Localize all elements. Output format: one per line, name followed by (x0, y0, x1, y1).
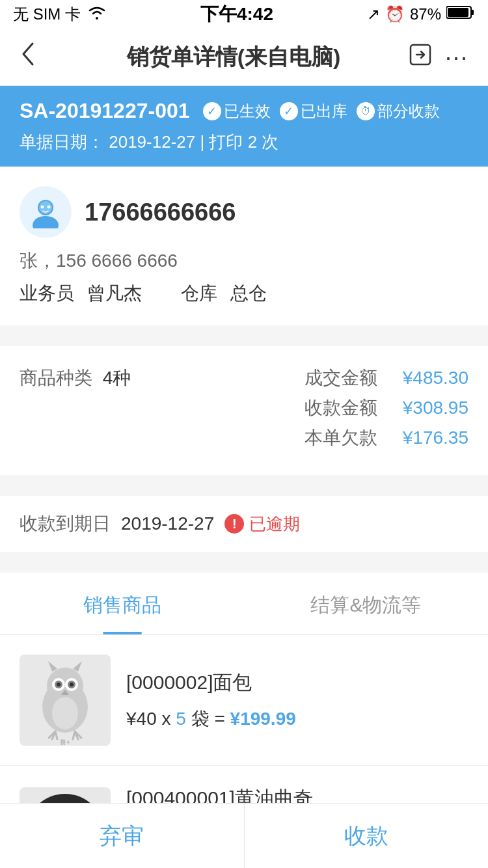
svg-point-8 (47, 206, 51, 209)
wifi-icon (87, 5, 107, 23)
product-price-1: ¥40 x 5 袋 = ¥199.99 (126, 707, 468, 731)
svg-point-19 (70, 683, 74, 686)
overdue-icon: ! (224, 514, 244, 534)
status-partial: ⏱ 部分收款 (357, 101, 440, 122)
customer-name: 张，156 6666 6666 (20, 249, 468, 273)
price-label-1: ¥40 (126, 709, 157, 729)
received-label: 收款金额 (305, 396, 377, 420)
overdue-badge: ! 已逾期 (224, 513, 300, 536)
nav-actions: ··· (409, 43, 468, 72)
page-title: 销货单详情(来自电脑) (59, 42, 409, 72)
summary-section: 商品种类 4种 成交金额 ¥485.30 收款金额 ¥308.95 本单欠款 ¥… (0, 346, 488, 475)
owed-label: 本单欠款 (305, 426, 377, 450)
tab-settlement[interactable]: 结算&物流等 (244, 573, 488, 634)
status-time: 下午4:42 (200, 2, 273, 27)
amount-label: 成交金额 (305, 366, 377, 390)
warehouse-info: 仓库 总仓 (181, 281, 267, 306)
amount-value: ¥485.30 (390, 368, 468, 388)
battery-icon (446, 5, 475, 23)
category-info: 商品种类 4种 (20, 366, 131, 390)
divider-3 (0, 562, 488, 573)
quantity-1: 5 (176, 709, 186, 729)
customer-meta: 业务员 曾凡杰 仓库 总仓 (20, 281, 468, 306)
collect-payment-button[interactable]: 收款 (245, 804, 489, 868)
location-icon: ↗ (367, 5, 380, 23)
svg-text:兽+: 兽+ (60, 739, 70, 746)
product-image-1: 兽+ (20, 655, 111, 746)
product-name-1: [0000002]面包 (126, 670, 468, 696)
unit-1: 袋 (191, 709, 210, 729)
due-label: 收款到期日 (20, 511, 111, 536)
date-label: 单据日期： (20, 132, 104, 152)
check-icon-2: ✓ (280, 102, 298, 120)
status-right: ↗ ⏰ 87% (367, 5, 475, 23)
status-badges: ✓ 已生效 ✓ 已出库 ⏱ 部分收款 (203, 101, 440, 122)
list-item: 兽+ [0000002]面包 ¥40 x 5 袋 = ¥199.99 (0, 635, 488, 766)
bottom-toolbar: 弃审 收款 (0, 803, 488, 868)
nav-bar: 销货单详情(来自电脑) ··· (0, 29, 488, 86)
total-1: ¥199.99 (230, 709, 296, 729)
status-shipped: ✓ 已出库 (280, 101, 347, 122)
sales-person: 曾凡杰 (87, 283, 142, 303)
divider-2 (0, 485, 488, 496)
multiply-1: x (162, 709, 176, 729)
svg-point-5 (33, 216, 59, 228)
owed-row: 本单欠款 ¥176.35 (305, 426, 468, 450)
tab-products[interactable]: 销售商品 (0, 573, 244, 634)
received-row: 收款金额 ¥308.95 (305, 396, 468, 420)
due-date-section: 收款到期日 2019-12-27 ! 已逾期 (0, 496, 488, 552)
warehouse-label: 仓库 (181, 283, 217, 303)
carrier-label: 无 SIM 卡 (13, 4, 81, 25)
cancel-review-button[interactable]: 弃审 (0, 804, 245, 868)
svg-point-18 (57, 683, 61, 686)
sales-label: 业务员 (20, 283, 74, 303)
divider-1 (0, 336, 488, 346)
clock-icon: ⏱ (357, 102, 375, 120)
tabs: 销售商品 结算&物流等 (0, 573, 488, 634)
svg-point-7 (41, 206, 44, 209)
order-header: SA-20191227-001 ✓ 已生效 ✓ 已出库 ⏱ 部分收款 单据日期：… (0, 86, 488, 167)
tabs-section: 销售商品 结算&物流等 (0, 573, 488, 635)
product-info-1: [0000002]面包 ¥40 x 5 袋 = ¥199.99 (126, 670, 468, 731)
battery-label: 87% (410, 5, 441, 23)
share-icon[interactable] (409, 43, 432, 72)
order-date-row: 单据日期： 2019-12-27 | 打印 2 次 (20, 131, 468, 154)
status-effective: ✓ 已生效 (203, 101, 271, 122)
status-left: 无 SIM 卡 (13, 4, 107, 25)
check-icon-1: ✓ (203, 102, 221, 120)
alarm-icon: ⏰ (385, 5, 405, 23)
financial-summary: 成交金额 ¥485.30 收款金额 ¥308.95 本单欠款 ¥176.35 (305, 366, 468, 455)
order-date: 2019-12-27 (109, 132, 195, 152)
customer-phone: 17666666666 (85, 198, 236, 226)
category-label: 商品种类 (20, 368, 92, 388)
warehouse-value: 总仓 (230, 283, 267, 303)
more-icon[interactable]: ··· (445, 44, 468, 71)
due-date: 2019-12-27 (121, 513, 214, 534)
svg-rect-2 (448, 8, 468, 17)
status-bar: 无 SIM 卡 下午4:42 ↗ ⏰ 87% (0, 0, 488, 29)
order-id: SA-20191227-001 (20, 99, 190, 123)
print-info: | 打印 2 次 (200, 132, 278, 152)
amount-row: 成交金额 ¥485.30 (305, 366, 468, 390)
received-value: ¥308.95 (390, 398, 468, 418)
category-count: 4种 (103, 368, 131, 388)
equals-1: = (214, 709, 230, 729)
sales-info: 业务员 曾凡杰 (20, 281, 142, 306)
customer-section: 17666666666 张，156 6666 6666 业务员 曾凡杰 仓库 总… (0, 167, 488, 325)
owed-value: ¥176.35 (390, 427, 468, 448)
svg-point-21 (52, 697, 78, 729)
avatar (20, 186, 72, 238)
overdue-text: 已逾期 (249, 513, 300, 536)
back-button[interactable] (20, 41, 59, 73)
svg-rect-1 (471, 10, 474, 15)
